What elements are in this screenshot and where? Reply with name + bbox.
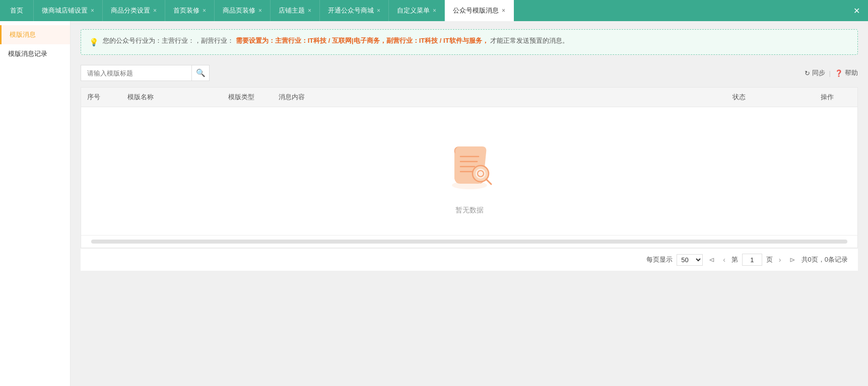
- tab-bar-close-all[interactable]: ✕: [845, 6, 868, 16]
- sync-button[interactable]: ↻ 同步: [805, 68, 825, 78]
- col-header-status: 状态: [726, 88, 797, 107]
- sync-label: 同步: [812, 68, 825, 78]
- notice-box: 💡 您的公众号行业为：主营行业：，副营行业： 需要设置为：主营行业：IT科技 /…: [81, 29, 858, 55]
- page-size-label: 每页显示: [646, 255, 673, 264]
- tab-mall-label: 开通公众号商城: [328, 6, 374, 15]
- sidebar-item-template-record-label: 模版消息记录: [8, 50, 47, 57]
- col-header-type: 模版类型: [222, 88, 273, 107]
- tab-menu-label: 自定义菜单: [397, 6, 430, 15]
- tab-weishop[interactable]: 微商城店铺设置 ×: [34, 0, 103, 21]
- page-first-button[interactable]: ⊲: [707, 256, 717, 264]
- tab-theme-label: 店铺主题: [279, 6, 305, 15]
- data-table: 序号 模版名称 模版类型 消息内容 状态 操作: [81, 87, 858, 248]
- tab-mall-close[interactable]: ×: [377, 7, 380, 14]
- sync-icon: ↻: [805, 69, 810, 77]
- help-label: 帮助: [845, 68, 858, 78]
- toolbar-divider: |: [829, 69, 831, 77]
- help-icon: ❓: [835, 69, 843, 77]
- tab-category[interactable]: 商品分类设置 ×: [103, 0, 165, 21]
- search-icon: 🔍: [196, 68, 206, 78]
- tab-product-label: 商品页装修: [223, 6, 255, 15]
- page-number-input[interactable]: 1: [742, 254, 762, 266]
- notice-suffix: 才能正常发送预置的消息。: [490, 37, 569, 44]
- col-header-content: 消息内容: [273, 88, 726, 107]
- pagination: 每页显示 50 20 100 ⊲ ‹ 第 1 页 › ⊳ 共0页，0条记录: [81, 248, 858, 271]
- page-unit: 页: [766, 255, 773, 264]
- page-total-text: 共0页，0条记录: [802, 255, 848, 264]
- svg-line-7: [486, 179, 491, 184]
- sidebar: 模版消息 模版消息记录: [0, 21, 71, 386]
- tab-homepage-close[interactable]: ×: [203, 7, 206, 14]
- tab-menu-close[interactable]: ×: [433, 7, 436, 14]
- tab-weishop-label: 微商城店铺设置: [42, 6, 88, 15]
- search-input[interactable]: [81, 65, 191, 81]
- page-last-button[interactable]: ⊳: [787, 256, 797, 264]
- search-left: 🔍: [81, 65, 210, 81]
- tab-home-label: 首页: [10, 6, 23, 15]
- content-area: 💡 您的公众号行业为：主营行业：，副营行业： 需要设置为：主营行业：IT科技 /…: [71, 21, 868, 386]
- tab-template[interactable]: 公众号模版消息 ×: [445, 0, 514, 21]
- horizontal-scrollbar[interactable]: [91, 240, 847, 244]
- empty-illustration: [439, 137, 500, 198]
- tab-home[interactable]: 首页: [0, 0, 34, 21]
- tab-homepage-label: 首页装修: [173, 6, 199, 15]
- help-button[interactable]: ❓ 帮助: [835, 68, 858, 78]
- tab-mall[interactable]: 开通公众号商城 ×: [320, 0, 389, 21]
- main-layout: 模版消息 模版消息记录 💡 您的公众号行业为：主营行业：，副营行业： 需要设置为…: [0, 21, 868, 386]
- sidebar-item-template-record[interactable]: 模版消息记录: [0, 44, 70, 63]
- page-prev-button[interactable]: ‹: [721, 256, 727, 264]
- tab-theme-close[interactable]: ×: [308, 7, 311, 14]
- tab-theme[interactable]: 店铺主题 ×: [271, 0, 320, 21]
- sidebar-item-template-msg-label: 模版消息: [10, 31, 36, 38]
- tab-menu[interactable]: 自定义菜单 ×: [389, 0, 445, 21]
- horizontal-scrollbar-area: [81, 235, 857, 248]
- page-next-button[interactable]: ›: [777, 256, 783, 264]
- tab-product-close[interactable]: ×: [258, 7, 262, 14]
- col-header-name: 模版名称: [121, 88, 222, 107]
- tab-homepage[interactable]: 首页装修 ×: [165, 0, 215, 21]
- tab-product[interactable]: 商品页装修 ×: [215, 0, 271, 21]
- notice-highlight: 需要设置为：主营行业：IT科技 / 互联网|电子商务，副营行业：IT科技 / I…: [236, 37, 489, 44]
- tab-weishop-close[interactable]: ×: [91, 7, 94, 14]
- empty-state: 暂无数据: [81, 107, 857, 235]
- page-size-select[interactable]: 50 20 100: [677, 254, 703, 266]
- tab-template-close[interactable]: ×: [502, 7, 505, 14]
- col-header-action: 操作: [797, 88, 857, 107]
- empty-text: 暂无数据: [455, 206, 484, 215]
- search-button[interactable]: 🔍: [191, 65, 210, 81]
- col-header-seq: 序号: [81, 88, 121, 107]
- tab-category-close[interactable]: ×: [153, 7, 157, 14]
- search-right: ↻ 同步 | ❓ 帮助: [805, 68, 858, 78]
- page-word: 第: [731, 255, 738, 264]
- notice-icon: 💡: [89, 36, 99, 48]
- notice-prefix: 您的公众号行业为：主营行业：，副营行业：: [103, 37, 234, 44]
- tab-bar: 首页 微商城店铺设置 × 商品分类设置 × 首页装修 × 商品页装修 × 店铺主…: [0, 0, 868, 21]
- tab-category-label: 商品分类设置: [111, 6, 150, 15]
- search-bar: 🔍 ↻ 同步 | ❓ 帮助: [81, 65, 858, 81]
- table-header: 序号 模版名称 模版类型 消息内容 状态 操作: [81, 88, 857, 107]
- sidebar-item-template-msg[interactable]: 模版消息: [0, 25, 70, 44]
- tab-template-label: 公众号模版消息: [453, 6, 499, 15]
- notice-text: 您的公众号行业为：主营行业：，副营行业： 需要设置为：主营行业：IT科技 / 互…: [103, 36, 569, 46]
